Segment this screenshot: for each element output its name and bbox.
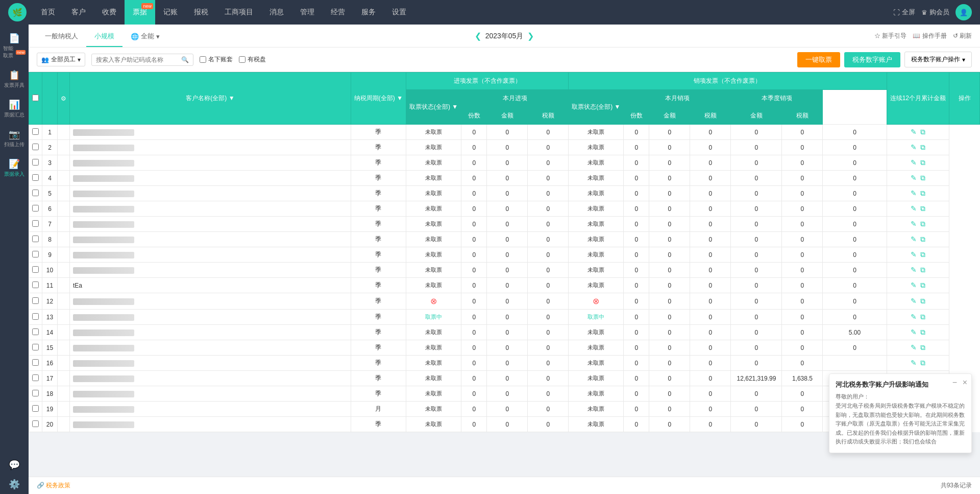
sidebar-item-gear[interactable]: ⚙️ (1, 475, 28, 494)
nav-message[interactable]: 消息 (261, 0, 292, 25)
tab-all[interactable]: 🌐 全能 ▾ (122, 27, 168, 47)
nav-tax[interactable]: 报税 (186, 0, 216, 25)
row-checkbox[interactable] (32, 405, 39, 412)
employee-select[interactable]: 👥 全部员工 ▾ (37, 53, 85, 66)
row-checkbox[interactable] (32, 236, 39, 242)
edit-button[interactable]: ✎ (911, 220, 917, 228)
row-checkbox[interactable] (32, 190, 39, 196)
copy-button[interactable]: ⧉ (920, 143, 925, 151)
edit-button[interactable]: ✎ (911, 204, 917, 213)
member-button[interactable]: ♛ 购会员 (921, 8, 949, 17)
edit-button[interactable]: ✎ (911, 174, 917, 182)
copy-button[interactable]: ⧉ (920, 174, 925, 182)
tax-digital-account-ops-button[interactable]: 税务数字账户操作 ▾ (904, 52, 972, 67)
row-checkbox[interactable] (32, 251, 39, 257)
th-out-fetch-status[interactable]: 取票状态(全部) ▼ (569, 90, 624, 125)
nav-bookkeeping[interactable]: 记账 (155, 0, 186, 25)
row-checkbox[interactable] (32, 144, 39, 150)
tax-disk-checkbox[interactable] (239, 56, 246, 63)
new-user-guide-button[interactable]: ☆ 新手引导 (874, 32, 906, 40)
select-all-checkbox[interactable] (32, 95, 39, 101)
edit-button[interactable]: ✎ (911, 328, 917, 336)
copy-button[interactable]: ⧉ (920, 220, 925, 228)
copy-button[interactable]: ⧉ (920, 250, 925, 258)
sidebar-item-smart-ticket[interactable]: 📄 智能取票 new (1, 29, 28, 63)
row-checkbox[interactable] (32, 344, 39, 350)
row-checkbox[interactable] (32, 205, 39, 211)
row-checkbox[interactable] (32, 374, 39, 381)
tax-digital-account-button[interactable]: 税务数字账户 (844, 52, 900, 67)
copy-button[interactable]: ⧉ (920, 297, 925, 305)
row-checkbox[interactable] (32, 359, 39, 366)
th-in-fetch-status[interactable]: 取票状态(全部) ▼ (406, 90, 461, 125)
search-input[interactable] (96, 56, 179, 63)
sidebar-item-chat[interactable]: 💬 (1, 455, 28, 475)
copy-button[interactable]: ⧉ (920, 359, 925, 367)
row-checkbox[interactable] (32, 266, 39, 273)
copy-button[interactable]: ⧉ (920, 343, 925, 351)
sidebar-item-invoice-open[interactable]: 📋 发票开具 (1, 65, 28, 93)
edit-button[interactable]: ✎ (911, 313, 917, 321)
nav-business[interactable]: 工商项目 (216, 0, 261, 25)
edit-button[interactable]: ✎ (911, 250, 917, 258)
nav-invoice[interactable]: 票据 new (125, 0, 155, 25)
th-tax-period[interactable]: 纳税周期(全部) ▼ (351, 73, 406, 125)
copy-button[interactable]: ⧉ (920, 328, 925, 336)
nav-settings[interactable]: 设置 (384, 0, 414, 25)
copy-button[interactable]: ⧉ (920, 266, 925, 274)
row-checkbox[interactable] (32, 328, 39, 335)
edit-button[interactable]: ✎ (911, 281, 917, 289)
nav-client[interactable]: 客户 (63, 0, 94, 25)
search-icon[interactable]: 🔍 (181, 56, 189, 63)
prev-date-button[interactable]: ❮ (475, 31, 481, 41)
edit-button[interactable]: ✎ (911, 158, 917, 167)
sidebar-item-invoice-summary[interactable]: 📊 票据汇总 (1, 95, 28, 123)
copy-button[interactable]: ⧉ (920, 313, 925, 321)
copy-button[interactable]: ⧉ (920, 128, 925, 136)
copy-button[interactable]: ⧉ (920, 158, 925, 167)
row-checkbox[interactable] (32, 159, 39, 166)
avatar[interactable]: 👤 (955, 4, 972, 20)
copy-button[interactable]: ⧉ (920, 189, 925, 197)
row-checkbox[interactable] (32, 420, 39, 427)
tab-general-taxpayer[interactable]: 一般纳税人 (37, 27, 86, 47)
nav-service[interactable]: 服务 (353, 0, 384, 25)
refresh-button[interactable]: ↺ 刷新 (953, 32, 972, 40)
checkbox-tax-disk[interactable]: 有税盘 (239, 55, 266, 64)
next-date-button[interactable]: ❯ (527, 31, 534, 41)
accounts-checkbox[interactable] (200, 56, 206, 63)
row-checkbox[interactable] (32, 128, 39, 135)
row-checkbox[interactable] (32, 297, 39, 304)
notification-close-button[interactable]: × (963, 378, 967, 387)
row-checkbox[interactable] (32, 390, 39, 396)
edit-button[interactable]: ✎ (911, 235, 917, 243)
notification-minimize-button[interactable]: − (952, 378, 957, 387)
sidebar-item-scan-upload[interactable]: 📷 扫描上传 (1, 125, 28, 152)
th-client-name[interactable]: 客户名称(全部) ▼ (70, 73, 351, 125)
edit-button[interactable]: ✎ (911, 143, 917, 151)
row-checkbox[interactable] (32, 281, 39, 288)
edit-button[interactable]: ✎ (911, 297, 917, 305)
nav-billing[interactable]: 收费 (94, 0, 125, 25)
row-checkbox[interactable] (32, 174, 39, 181)
checkbox-accounts[interactable]: 名下账套 (200, 55, 233, 64)
fullscreen-button[interactable]: ⛶ 全屏 (893, 8, 915, 17)
row-checkbox[interactable] (32, 313, 39, 320)
sidebar-item-record[interactable]: 📝 票据录入 (1, 154, 28, 182)
edit-button[interactable]: ✎ (911, 359, 917, 367)
tax-policy-link[interactable]: 🔗 税务政策 (37, 481, 70, 490)
manual-button[interactable]: 📖 操作手册 (913, 32, 946, 40)
edit-button[interactable]: ✎ (911, 189, 917, 197)
nav-operation[interactable]: 经营 (323, 0, 353, 25)
copy-button[interactable]: ⧉ (920, 235, 925, 243)
edit-button[interactable]: ✎ (911, 266, 917, 274)
one-click-ticket-button[interactable]: 一键取票 (797, 52, 840, 67)
copy-button[interactable]: ⧉ (920, 204, 925, 213)
edit-button[interactable]: ✎ (911, 128, 917, 136)
tab-small-scale[interactable]: 小规模 (86, 27, 122, 47)
row-checkbox[interactable] (32, 220, 39, 227)
nav-manage[interactable]: 管理 (292, 0, 323, 25)
edit-button[interactable]: ✎ (911, 343, 917, 351)
copy-button[interactable]: ⧉ (920, 281, 925, 289)
nav-home[interactable]: 首页 (33, 0, 63, 25)
